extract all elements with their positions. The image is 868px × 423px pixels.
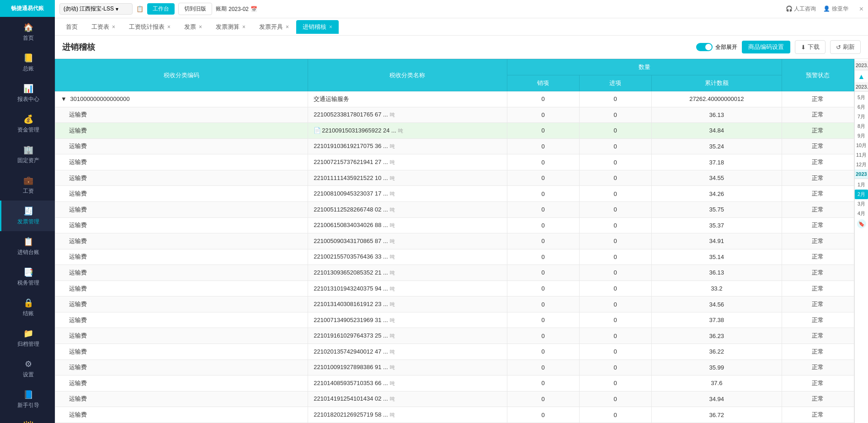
sidebar-item-ledger[interactable]: 📒 总账 [0,48,55,78]
tab-invoice-open-close[interactable]: × [286,24,289,30]
scroll-up-arrow[interactable]: ▲ [855,71,868,82]
file-icon: 📄 [314,127,321,134]
tab-payroll-report-close[interactable]: × [167,24,170,30]
user-display: 👤 徐亚华 [823,5,848,13]
sidebar-item-tax[interactable]: 📑 税务管理 [0,262,55,292]
sidebar-item-sales-ledger[interactable]: 📋 进销台账 [0,231,55,262]
workbench-button[interactable]: 工作台 [147,3,175,15]
sidebar-item-guide[interactable]: 📘 新手引导 [0,384,55,415]
month-11[interactable]: 11月 [855,150,868,160]
tab-invoice-calc-label: 发票测算 [216,23,240,31]
tab-sales-check-close[interactable]: × [329,24,332,30]
row-sales: 0 [507,217,579,233]
topbar-close-button[interactable]: × [859,5,863,13]
tab-home[interactable]: 首页 [59,20,84,34]
collapse-icon[interactable]: ▼ [61,95,67,102]
row-name-left: 运输费 [55,360,308,375]
sidebar-item-settings[interactable]: ⚙ 设置 [0,354,55,384]
row-cumulative: 36.23 [651,328,782,344]
sidebar-item-home[interactable]: 🏠 首页 [0,17,55,48]
sidebar-item-archive[interactable]: 📁 归档管理 [0,323,55,354]
page-actions: 全部展开 商品编码设置 ⬇ 下载 ↺ 刷新 [696,40,861,54]
tab-invoice[interactable]: 发票 × [178,20,208,34]
table-row: 运输费 221006150834034026 88 ... 吨 0 0 35.3… [55,217,854,233]
row-cumulative: 37.18 [651,154,782,170]
tab-sales-check[interactable]: 进销稽核 × [296,20,339,34]
row-purchase: 0 [579,233,651,249]
month-6[interactable]: 6月 [855,102,868,112]
username: 徐亚华 [832,5,848,12]
row-cumulative: 36.13 [651,107,782,123]
sidebar-item-label: 首页 [23,34,34,42]
refresh-button[interactable]: ↺ 刷新 [830,40,861,54]
tab-payroll-report[interactable]: 工资统计报表 × [122,20,177,34]
sidebar-item-close[interactable]: 🔒 结账 [0,292,55,323]
tab-invoice-calc[interactable]: 发票测算 × [209,20,252,34]
table-row: 运输费 221014191254101434 02 ... 吨 0 0 34.9… [55,391,854,407]
row-purchase: 0 [579,170,651,186]
page-content: 进销稽核 全部展开 商品编码设置 ⬇ 下载 ↺ 刷新 [55,36,868,423]
support-button[interactable]: 🎧 人工咨询 [786,5,816,13]
download-button[interactable]: ⬇ 下载 [795,40,825,54]
row-status: 正常 [782,407,854,423]
sidebar-item-payroll[interactable]: 💼 工资 [0,170,55,201]
chevron-down-icon: ▾ [116,6,118,12]
row-sales: 0 [507,91,579,107]
table-row: 运输费 221007215737621941 27 ... 吨 0 0 37.1… [55,154,854,170]
toggle-switch-control[interactable] [696,43,713,51]
table-row: 运输费 221005233817801765 67 ... 吨 0 0 36.1… [55,107,854,123]
row-purchase: 0 [579,344,651,360]
month-12[interactable]: 12月 [855,160,868,169]
month-10[interactable]: 10月 [855,141,868,150]
bookmark-icon[interactable]: 🔖 [857,219,866,228]
tab-invoice-open[interactable]: 发票开具 × [253,20,295,34]
sidebar-item-label: 资金管理 [17,126,39,134]
month-8[interactable]: 8月 [855,122,868,131]
month-7[interactable]: 7月 [855,112,868,122]
row-subcode: 221005112528266748 02 ... 吨 [308,201,507,217]
sidebar-item-label: 结账 [23,310,34,317]
close-period-icon: 🔒 [23,298,33,308]
expand-toggle[interactable]: 全部展开 [696,43,737,51]
row-purchase: 0 [579,217,651,233]
month-4[interactable]: 4月 [855,209,868,218]
month-5[interactable]: 5月 [855,93,868,102]
row-cumulative: 34.84 [651,123,782,139]
sidebar-item-label: 设置 [23,371,34,379]
row-sales: 0 [507,296,579,312]
sidebar-item-reports[interactable]: 📊 报表中心 [0,78,55,109]
tab-invoice-close[interactable]: × [199,24,202,30]
row-subcode: 221005233817801765 67 ... 吨 [308,107,507,123]
sidebar-item-member[interactable]: 👑 畅会员 [0,415,55,423]
row-status: 正常 [782,201,854,217]
row-purchase: 0 [579,91,651,107]
switch-old-button[interactable]: 切到旧版 [178,3,212,15]
table-row: 运输费 221020135742940012 47 ... 吨 0 0 36.2… [55,344,854,360]
row-cumulative: 37.38 [651,312,782,328]
row-sales: 0 [507,233,579,249]
copy-icon[interactable]: 📋 [136,5,144,12]
main-area: (勿动) 江西报宝-LSS ▾ 📋 工作台 切到旧版 账期 2023-02 📅 … [55,0,868,423]
sidebar-item-assets[interactable]: 🏢 固定资产 [0,139,55,170]
tab-payroll-close[interactable]: × [112,24,115,30]
tab-invoice-calc-close[interactable]: × [242,24,245,30]
sidebar-item-invoice[interactable]: 🧾 发票管理 [0,201,55,231]
col-header-quantity: 数量 [507,59,782,75]
col-header-sales: 销项 [507,75,579,91]
tab-payroll[interactable]: 工资表 × [85,20,122,34]
row-sales: 0 [507,344,579,360]
tab-invoice-open-label: 发票开具 [259,23,283,31]
calendar-icon[interactable]: 📅 [250,6,257,12]
month-1[interactable]: 1月 [855,180,868,190]
month-3[interactable]: 3月 [855,199,868,209]
row-name-left: 运输费 [55,154,308,170]
sidebar-item-capital[interactable]: 💰 资金管理 [0,109,55,139]
period-display: 账期 2023-02 📅 [216,5,257,13]
company-selector[interactable]: (勿动) 江西报宝-LSS ▾ [59,3,133,15]
row-sales: 0 [507,407,579,423]
month-2[interactable]: 2月 [855,190,868,199]
tab-home-label: 首页 [66,23,78,31]
month-9[interactable]: 9月 [855,131,868,141]
table-row: 运输费 221019161029764373 25 ... 吨 0 0 36.2… [55,328,854,344]
product-code-settings-button[interactable]: 商品编码设置 [742,41,790,53]
